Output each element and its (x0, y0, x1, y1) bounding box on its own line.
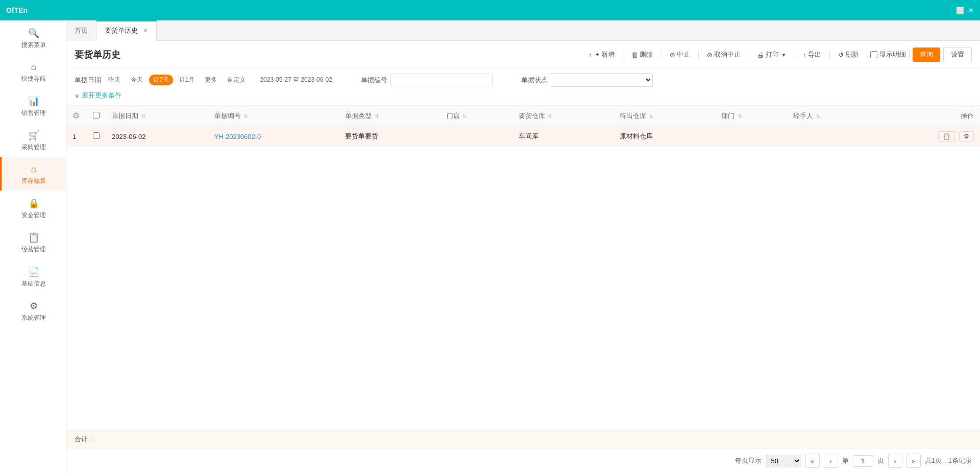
divider7 (867, 51, 867, 59)
sidebar-label-search-menu: 搜索菜单 (21, 41, 46, 50)
th-req-warehouse[interactable]: 要货仓库 ⇅ (512, 106, 614, 126)
sidebar-item-inventory[interactable]: ⌂ 库存核算 (0, 157, 66, 191)
maximize-icon[interactable]: ⬜ (956, 7, 964, 14)
sales-icon: 📊 (28, 96, 39, 107)
delete-button[interactable]: 🗑 删除 (626, 48, 658, 62)
brand-logo: OfTEn (6, 6, 28, 14)
purchase-icon: 🛒 (28, 130, 39, 141)
stop-button[interactable]: ⊘ 中止 (665, 48, 695, 62)
cell-index: 1 (66, 126, 87, 147)
page-suffix: 页 (877, 456, 884, 465)
sort-pending-warehouse-icon: ⇅ (649, 113, 653, 119)
row-checkbox[interactable] (93, 132, 100, 139)
tab-requisition-history-label: 要货单历史 (105, 26, 138, 35)
tab-home-label: 首页 (75, 26, 88, 35)
last-page-button[interactable]: » (906, 454, 921, 468)
filter-date-range-display: 2023-05-27 至 2023-06-02 (258, 76, 332, 84)
doc-number-input[interactable] (390, 74, 493, 86)
date-shortcut-last-month[interactable]: 近1月 (175, 75, 199, 85)
date-shortcut-more[interactable]: 更多 (201, 75, 221, 85)
sidebar-item-search-menu[interactable]: 🔍 搜索菜单 (0, 20, 66, 55)
tab-requisition-history[interactable]: 要货单历史 ✕ (96, 20, 157, 41)
finance-icon: 🔒 (28, 198, 39, 209)
table-settings-icon[interactable]: ⚙ (72, 111, 80, 120)
sidebar-item-quick-nav[interactable]: ⌂ 快捷导航 (0, 55, 66, 88)
first-page-button[interactable]: « (805, 454, 820, 468)
sidebar-item-system-mgmt[interactable]: ⚙ 系统管理 (0, 293, 66, 327)
chevron-down-icon: ∨ (75, 92, 80, 100)
print-dropdown-icon: ▼ (781, 52, 787, 58)
th-doc-type[interactable]: 单据类型 ⇅ (339, 106, 440, 126)
th-pending-warehouse[interactable]: 待出仓库 ⇅ (614, 106, 715, 126)
next-page-button[interactable]: › (888, 454, 902, 468)
page-number-input[interactable] (853, 455, 873, 467)
sidebar-label-quick-nav: 快捷导航 (21, 75, 46, 83)
display-detail-checkbox[interactable] (870, 51, 877, 58)
tab-close-icon[interactable]: ✕ (143, 27, 148, 34)
operations-icon: 📋 (28, 232, 39, 243)
doc-date-label: 单据日期 (75, 76, 101, 85)
sidebar-item-sales-mgmt[interactable]: 📊 销售管理 (0, 88, 66, 123)
sidebar-label-basic-info: 基础信息 (21, 279, 46, 288)
th-handler[interactable]: 经手人 ⇅ (787, 106, 874, 126)
sidebar-label-operations-mgmt: 经营管理 (21, 245, 46, 254)
display-detail-toggle[interactable]: 显示明细 (870, 50, 906, 59)
page-header: 要货单历史 + + 新增 🗑 删除 ⊘ (66, 41, 980, 68)
prev-page-button[interactable]: ‹ (824, 454, 838, 468)
settings-button[interactable]: 设置 (943, 47, 972, 62)
top-bar: OfTEn — ⬜ ✕ (0, 0, 980, 20)
sidebar-item-basic-info[interactable]: 📄 基础信息 (0, 259, 66, 293)
new-icon: + (589, 51, 593, 59)
sort-doc-date-icon: ⇅ (141, 113, 145, 119)
page-size-label: 每页显示 (735, 456, 762, 465)
th-department[interactable]: 部门 ⇅ (715, 106, 787, 126)
sidebar-item-finance-mgmt[interactable]: 🔒 资金管理 (0, 191, 66, 225)
print-icon: 🖨 (757, 51, 764, 59)
row-more-button[interactable]: ⚙ (959, 131, 974, 141)
cell-doc-type: 要货单要货 (339, 126, 440, 147)
th-doc-no[interactable]: 单据编号 ⇅ (208, 106, 339, 126)
refresh-button[interactable]: ↺ 刷新 (833, 48, 864, 62)
sidebar-item-purchase-mgmt[interactable]: 🛒 采购管理 (0, 123, 66, 157)
doc-no-link[interactable]: YH-20230602-0 (214, 133, 261, 140)
th-store[interactable]: 门店 ⇅ (440, 106, 512, 126)
query-label: 查询 (920, 50, 933, 59)
export-button[interactable]: ↑ 导出 (798, 48, 827, 62)
close-icon[interactable]: ✕ (968, 7, 974, 14)
data-table: ⚙ 单据日期 ⇅ 单据编号 (66, 106, 980, 147)
cell-pending-warehouse: 原材料仓库 (614, 126, 715, 147)
summary-label: 合计： (75, 435, 94, 444)
pagination-bar: 每页显示 10 20 50 100 « ‹ 第 页 › » 共1页，1条记录 (66, 448, 980, 473)
filter-bar: 单据日期 昨天 今天 近7天 近1月 更多 自定义 (66, 68, 980, 106)
export-icon: ↑ (803, 51, 807, 59)
new-button[interactable]: + + 新增 (584, 48, 620, 62)
tab-home[interactable]: 首页 (66, 20, 96, 41)
refresh-icon: ↺ (838, 51, 844, 59)
divider2 (661, 51, 662, 59)
print-button[interactable]: 🖨 打印 ▼ (752, 48, 792, 62)
page-size-select[interactable]: 10 20 50 100 (766, 455, 801, 467)
select-all-checkbox[interactable] (93, 112, 100, 119)
th-checkbox (87, 106, 106, 126)
doc-number-label: 单据编号 (361, 76, 387, 85)
cancel-stop-button[interactable]: ⊘ 取消中止 (702, 48, 746, 62)
filter-row-1: 单据日期 昨天 今天 近7天 近1月 更多 自定义 (75, 73, 972, 87)
date-shortcut-today[interactable]: 今天 (127, 75, 147, 85)
filter-doc-status: 单据状态 (521, 73, 653, 87)
date-shortcut-yesterday[interactable]: 昨天 (104, 75, 125, 85)
doc-status-select[interactable] (551, 73, 653, 87)
tab-bar: 首页 要货单历史 ✕ (66, 20, 980, 41)
expand-more-btn[interactable]: ∨ 展开更多条件 (75, 91, 972, 100)
table-header-row: ⚙ 单据日期 ⇅ 单据编号 (66, 106, 980, 126)
th-doc-date[interactable]: 单据日期 ⇅ (106, 106, 208, 126)
basic-info-icon: 📄 (28, 266, 39, 277)
divider4 (749, 51, 749, 59)
query-button[interactable]: 查询 (913, 48, 940, 62)
date-shortcut-last7days[interactable]: 近7天 (149, 75, 173, 85)
minimize-icon[interactable]: — (945, 7, 952, 14)
date-shortcut-custom[interactable]: 自定义 (223, 75, 250, 85)
row-edit-button[interactable]: 📋 (938, 131, 955, 141)
total-info: 共1页，1条记录 (925, 456, 972, 465)
search-icon: 🔍 (28, 28, 39, 39)
sidebar-item-operations-mgmt[interactable]: 📋 经营管理 (0, 225, 66, 259)
